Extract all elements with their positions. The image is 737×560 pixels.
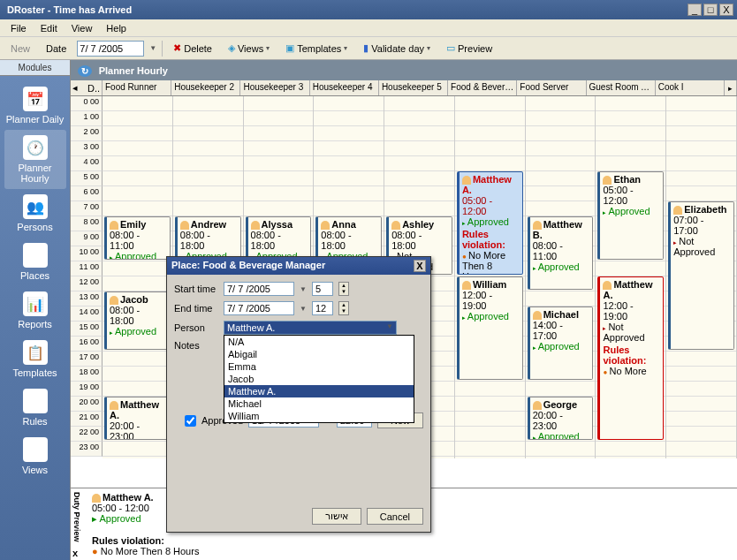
duty-preview-label: Duty Preview: [72, 492, 81, 542]
appointment[interactable]: Matthew A.05:00 - 12:00ApprovedRules vio…: [457, 171, 523, 275]
person-option[interactable]: N/A: [224, 336, 414, 348]
end-hour-input[interactable]: [312, 301, 333, 315]
new-button[interactable]: New: [5, 42, 35, 56]
schedule-column[interactable]: Emily08:00 - 11:00ApprovedJacob08:00 - 1…: [103, 96, 173, 458]
person-option[interactable]: William: [224, 410, 414, 422]
end-date-input[interactable]: [224, 301, 294, 315]
time-row-label: 17 00: [71, 352, 103, 367]
menu-file[interactable]: File: [4, 21, 34, 35]
appointment[interactable]: Andrew08:00 - 18:00Approved: [175, 216, 241, 260]
column-header[interactable]: Guest Room Atte…: [587, 80, 656, 95]
module-icon: 📅: [23, 87, 48, 111]
person-option[interactable]: Matthew A.: [224, 385, 414, 397]
column-headers: ◂D.. Food RunnerHousekeeper 2Housekeeper…: [71, 80, 737, 96]
person-option[interactable]: Abigail: [224, 348, 414, 360]
schedule-column[interactable]: Ethan05:00 - 12:00ApprovedMatthew A.12:0…: [596, 96, 666, 458]
person-combo[interactable]: Matthew A.▼ N/AAbigailEmmaJacobMatthew A…: [224, 321, 397, 335]
maximize-button[interactable]: □: [703, 4, 718, 16]
views-button[interactable]: ◈Views▾: [223, 41, 275, 56]
close-button[interactable]: X: [719, 4, 733, 16]
module-icon: 📊: [23, 291, 48, 316]
menu-bar: File Edit View Help: [0, 19, 737, 37]
window-buttons: _ □ X: [688, 4, 733, 16]
appointment[interactable]: Jacob08:00 - 18:00Approved: [104, 291, 171, 350]
validate-day-button[interactable]: ▮Validate day▾: [358, 41, 436, 56]
appointment[interactable]: William12:00 - 19:00Approved: [457, 276, 523, 380]
appointment[interactable]: Matthew A.20:00 - 23:00Approved: [104, 397, 171, 440]
sidebar-item-views[interactable]: ★Views: [4, 432, 66, 481]
appointment[interactable]: George20:00 - 23:00Approved: [528, 397, 594, 440]
time-row-label: 8 00: [71, 216, 103, 231]
person-icon: [603, 281, 612, 290]
appointment[interactable]: Emily08:00 - 11:00Approved: [104, 216, 171, 260]
person-option[interactable]: Michael: [224, 397, 414, 410]
time-row-label: 18 00: [71, 367, 103, 382]
sidebar-item-templates[interactable]: 📋Templates: [4, 335, 66, 383]
time-row-label: 9 00: [71, 231, 103, 246]
person-dropdown-list[interactable]: N/AAbigailEmmaJacobMatthew A.MichaelWill…: [224, 335, 414, 423]
dialog-close-button[interactable]: X: [414, 260, 426, 272]
end-hour-spinner[interactable]: ▲▼: [338, 301, 349, 315]
column-header[interactable]: Housekeeper 2: [171, 80, 240, 95]
person-icon: [110, 296, 118, 305]
duty-close-button[interactable]: x: [72, 548, 78, 558]
menu-help[interactable]: Help: [99, 21, 133, 35]
end-time-label: End time: [174, 303, 218, 314]
minimize-button[interactable]: _: [688, 4, 702, 16]
sidebar-item-planner-hourly[interactable]: 🕐Planner Hourly: [4, 130, 66, 189]
time-row-label: 6 00: [71, 186, 103, 201]
cancel-button[interactable]: Cancel: [367, 508, 423, 525]
column-header[interactable]: Food Server: [517, 80, 586, 95]
sidebar-item-places[interactable]: 🏛Places: [4, 238, 66, 286]
date-input[interactable]: [77, 41, 144, 57]
appointment[interactable]: Matthew B.08:00 - 11:00Approved: [528, 216, 594, 290]
scroll-right-button[interactable]: ▸: [725, 80, 737, 95]
templates-button[interactable]: ▣Templates▾: [280, 41, 353, 56]
person-icon: [110, 401, 118, 410]
delete-button[interactable]: ✖Delete: [168, 41, 217, 56]
ok-button[interactable]: אישור: [312, 508, 361, 525]
person-icon: [251, 221, 260, 230]
preview-button[interactable]: ▭Preview: [441, 41, 498, 56]
sidebar-item-reports[interactable]: 📊Reports: [4, 286, 66, 335]
approved-checkbox[interactable]: [185, 415, 196, 427]
sidebar-item-persons[interactable]: 👥Persons: [4, 189, 66, 238]
column-header[interactable]: Cook I: [656, 80, 725, 95]
start-hour-input[interactable]: [312, 282, 333, 296]
menu-view[interactable]: View: [65, 21, 100, 35]
schedule-column[interactable]: Matthew A.05:00 - 12:00ApprovedRules vio…: [455, 96, 526, 458]
notes-label: Notes: [174, 340, 218, 351]
start-date-input[interactable]: [224, 282, 294, 296]
appointment[interactable]: Ethan05:00 - 12:00Approved: [597, 171, 664, 260]
end-date-dropdown-icon[interactable]: ▼: [300, 305, 307, 313]
time-row-label: 10 00: [71, 246, 103, 261]
schedule-column[interactable]: Matthew B.08:00 - 11:00ApprovedMichael14…: [526, 96, 596, 458]
schedule-column[interactable]: Elizabeth07:00 - 17:00Not Approved: [666, 96, 737, 458]
person-option[interactable]: Emma: [224, 360, 414, 373]
appointment[interactable]: Anna08:00 - 18:00Approved: [315, 216, 382, 260]
time-row-label: 12 00: [71, 276, 103, 291]
appointment[interactable]: Alyssa08:00 - 18:00Approved: [246, 216, 312, 260]
person-option[interactable]: Jacob: [224, 373, 414, 385]
column-header[interactable]: Housekeeper 3: [240, 80, 309, 95]
time-row-label: 1 00: [71, 111, 103, 126]
column-header[interactable]: Food Runner: [103, 80, 171, 95]
time-column-header[interactable]: ◂D..: [71, 80, 103, 95]
column-header[interactable]: Housekeeper 5: [379, 80, 448, 95]
appointment[interactable]: Michael14:00 - 17:00Approved: [528, 306, 594, 380]
menu-edit[interactable]: Edit: [34, 21, 65, 35]
dialog-title: Place: Food & Beverage Manager: [171, 260, 325, 272]
appointment[interactable]: Elizabeth07:00 - 17:00Not Approved: [668, 201, 734, 350]
start-date-dropdown-icon[interactable]: ▼: [300, 285, 307, 293]
column-header[interactable]: Housekeeper 4: [310, 80, 379, 95]
start-hour-spinner[interactable]: ▲▼: [338, 282, 349, 296]
time-row-label: 7 00: [71, 201, 103, 216]
sidebar-item-rules[interactable]: ⚖Rules: [4, 383, 66, 432]
person-icon: [321, 221, 330, 230]
appointment[interactable]: Matthew A.12:00 - 19:00Not ApprovedRules…: [597, 276, 664, 440]
column-header[interactable]: Food & Beverage…: [448, 80, 517, 95]
date-dropdown-icon[interactable]: ▼: [149, 44, 156, 52]
time-row-label: 23 00: [71, 442, 103, 457]
refresh-icon[interactable]: ↻: [78, 65, 92, 77]
sidebar-item-planner-daily[interactable]: 📅Planner Daily: [4, 81, 66, 130]
